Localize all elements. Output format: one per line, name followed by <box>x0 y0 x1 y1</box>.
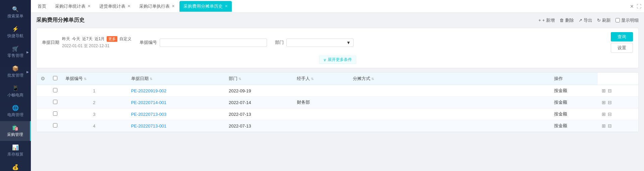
shopping-icon: 🛍️ <box>1 124 29 131</box>
row-actions: ⊞ ⊟ <box>598 120 638 132</box>
shortcut-1month[interactable]: 近1月 <box>95 36 105 42</box>
chevron-down-icon: ∨ <box>323 58 326 62</box>
order-no-link[interactable]: PE-20220919-002 <box>131 88 167 93</box>
order-no-input[interactable] <box>160 38 267 47</box>
date-range-input[interactable]: 2022-01-01 至 2022-12-31 <box>62 43 131 49</box>
tab-close-icon[interactable]: ✕ <box>225 4 228 8</box>
chevron-down-icon: ▼ <box>346 40 351 45</box>
sort-icon[interactable]: ⇅ <box>150 77 152 81</box>
sort-icon[interactable]: ⇅ <box>238 77 241 81</box>
row-checkbox[interactable] <box>53 100 57 104</box>
show-detail-checkbox[interactable] <box>615 18 620 22</box>
tab-label: 进货单统计表 <box>99 3 125 9</box>
sort-icon[interactable]: ⇅ <box>371 77 374 81</box>
sidebar-item-ecom[interactable]: 🌐 电商管理 <box>0 101 31 121</box>
show-detail-checkbox-group: 显示明细 <box>615 17 639 23</box>
sidebar-item-finance[interactable]: 💰 资金管理 <box>0 161 31 171</box>
more-icon[interactable]: ⊟ <box>608 100 612 105</box>
page-header: 采购费用分摊单历史 + + 新增 🗑 删除 ↗ 导出 ↻ 刷新 <box>36 17 639 24</box>
tab-close-icon[interactable]: ✕ <box>127 4 130 8</box>
row-checkbox[interactable] <box>53 123 57 127</box>
refresh-button[interactable]: ↻ 刷新 <box>597 17 611 23</box>
select-all-checkbox[interactable] <box>53 76 57 80</box>
add-button[interactable]: + + 新增 <box>538 17 555 23</box>
edit-icon[interactable]: ⊞ <box>602 100 606 105</box>
row-dept: 财务部 <box>293 97 348 108</box>
shortcut-yesterday[interactable]: 昨天 <box>62 36 70 42</box>
export-icon: ↗ <box>579 18 582 23</box>
delete-button[interactable]: 🗑 删除 <box>559 17 574 23</box>
row-order-no: PE-20220919-002 <box>127 85 225 97</box>
tab-purchase-cost-history[interactable]: 采购费用分摊单历史 ✕ <box>179 1 232 12</box>
shortcut-more[interactable]: 更多 <box>107 36 117 42</box>
sort-icon[interactable]: ⇅ <box>84 77 87 81</box>
sidebar-item-wholesale[interactable]: 📦 批发管理 ▶ <box>0 62 31 82</box>
table-header: ⚙ 单据编号 ⇅ 单据日期 <box>37 73 638 85</box>
tab-label: 采购订单统计表 <box>55 3 86 9</box>
sidebar-item-retail[interactable]: 🛒 零售管理 ▶ <box>0 42 31 62</box>
gear-icon[interactable]: ⚙ <box>41 76 45 81</box>
tab-close-icon[interactable]: ✕ <box>172 4 175 8</box>
settings-button[interactable]: 设置 <box>611 43 633 53</box>
col-dept: 部门 ⇅ <box>225 73 293 85</box>
search-buttons: 查询 设置 <box>611 32 633 53</box>
chevron-right-icon: ▶ <box>26 51 29 54</box>
tab-label: 采购订单执行表 <box>139 3 170 9</box>
shortcut-custom[interactable]: 自定义 <box>119 36 131 42</box>
tab-bar-actions: ✕ ⛶ <box>630 4 641 9</box>
dept-select[interactable]: ▼ <box>286 38 354 47</box>
shortcut-7days[interactable]: 近7天 <box>82 36 93 42</box>
row-settings <box>37 85 49 97</box>
col-split-method: 分摊方式 ⇅ <box>349 73 550 85</box>
lightning-icon: ⚡ <box>1 26 30 32</box>
row-checkbox-cell <box>49 120 61 132</box>
search-button[interactable]: 查询 <box>611 32 633 41</box>
data-table: ⚙ 单据编号 ⇅ 单据日期 <box>37 73 638 132</box>
expand-more-button[interactable]: ∨ 展开更多条件 <box>319 56 356 64</box>
sidebar-item-search[interactable]: 🔍 搜索菜单 <box>0 3 31 22</box>
order-no-link[interactable]: PE-20220713-001 <box>131 123 167 129</box>
sidebar-item-inventory[interactable]: 📊 库存核算 <box>0 141 31 161</box>
row-dept <box>293 108 348 120</box>
row-checkbox-cell <box>49 85 61 97</box>
row-num: 1 <box>61 85 127 97</box>
shortcut-today[interactable]: 今天 <box>72 36 80 42</box>
date-shortcuts: 昨天 今天 近7天 近1月 更多 自定义 <box>62 36 131 42</box>
edit-icon[interactable]: ⊞ <box>602 123 606 129</box>
expand-more-area: ∨ 展开更多条件 <box>42 56 633 64</box>
row-checkbox[interactable] <box>53 111 57 116</box>
sidebar-item-label: 批发管理 <box>7 73 23 78</box>
close-icon[interactable]: ✕ <box>630 4 634 9</box>
tab-purchase-order-stats[interactable]: 采购订单统计表 ✕ <box>51 1 95 12</box>
tab-home[interactable]: 首页 <box>34 1 50 12</box>
row-checkbox-cell <box>49 108 61 120</box>
fullscreen-icon[interactable]: ⛶ <box>637 4 641 9</box>
date-search-field: 单据日期 昨天 今天 近7天 近1月 更多 自定义 2022-01-01 至 2… <box>42 36 131 49</box>
col-label: 操作 <box>554 76 563 81</box>
more-icon[interactable]: ⊟ <box>608 123 612 129</box>
tab-purchase-order-exec[interactable]: 采购订单执行表 ✕ <box>135 1 179 12</box>
order-no-link[interactable]: PE-20220714-001 <box>131 100 167 105</box>
edit-icon[interactable]: ⊞ <box>602 88 606 93</box>
delete-icon: 🗑 <box>559 18 564 23</box>
col-label: 单据编号 <box>65 76 83 82</box>
add-icon: + <box>538 18 541 23</box>
export-button[interactable]: ↗ 导出 <box>579 17 592 23</box>
edit-icon[interactable]: ⊞ <box>602 111 606 117</box>
phone-icon: 📱 <box>1 85 30 91</box>
tab-bar: 首页 采购订单统计表 ✕ 进货单统计表 ✕ 采购订单执行表 ✕ 采购费用分摊单历… <box>31 0 644 13</box>
sidebar-item-mini-ecom[interactable]: 📱 小畅电商 <box>0 82 31 101</box>
sidebar-item-quick-nav[interactable]: ⚡ 快捷导航 <box>0 22 31 42</box>
row-split-method: 按金额 <box>550 108 598 120</box>
more-icon[interactable]: ⊟ <box>608 111 612 117</box>
sidebar-item-purchase[interactable]: 🛍️ 采购管理 <box>0 121 31 141</box>
order-no-link[interactable]: PE-20220713-003 <box>131 112 167 117</box>
more-icon[interactable]: ⊟ <box>608 88 612 93</box>
sort-icon[interactable]: ⇅ <box>311 77 314 81</box>
row-checkbox[interactable] <box>53 88 57 92</box>
money-icon: 💰 <box>1 164 30 170</box>
table-row: 4 PE-20220713-001 2022-07-13 按金额 ⊞ ⊟ <box>37 120 638 132</box>
tab-purchase-goods-stats[interactable]: 进货单统计表 ✕ <box>95 1 135 12</box>
tab-close-icon[interactable]: ✕ <box>88 4 91 8</box>
row-split-method: 按金额 <box>550 120 598 132</box>
